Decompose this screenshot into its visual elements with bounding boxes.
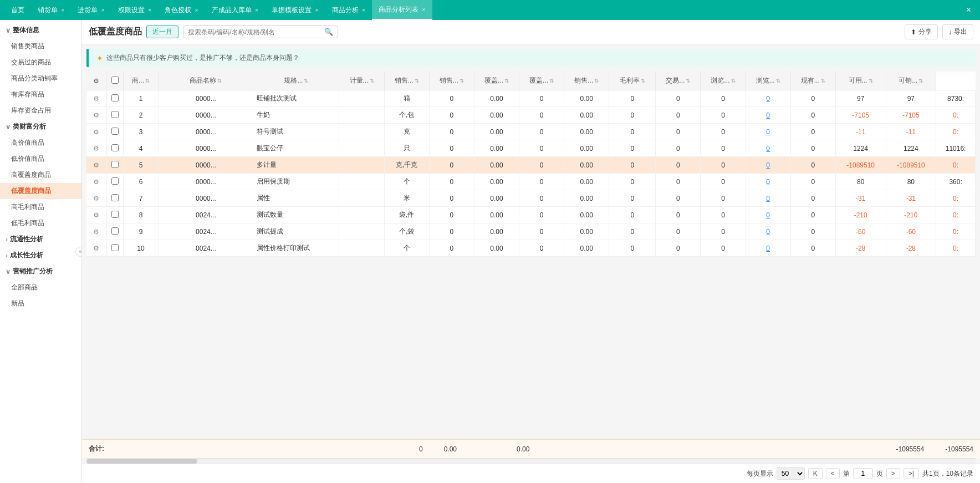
nav-home[interactable]: 首页 xyxy=(4,0,31,20)
row-check[interactable] xyxy=(106,223,123,240)
nav-finished-goods[interactable]: 产成品入库单 × xyxy=(205,0,265,20)
sidebar-item-traded-goods[interactable]: 交易过的商品 xyxy=(0,54,81,70)
row-browse1[interactable]: 0 xyxy=(746,157,790,174)
row-checkbox[interactable] xyxy=(111,177,119,185)
table-container[interactable]: ⚙ 商...⇅ 商品名称⇅ 规格...⇅ 计量...⇅ 销售...⇅ 销售...… xyxy=(86,72,976,439)
row-checkbox[interactable] xyxy=(111,211,119,218)
col-sales3[interactable]: 销售...⇅ xyxy=(564,72,609,90)
row-checkbox[interactable] xyxy=(111,144,119,151)
row-checkbox[interactable] xyxy=(111,227,119,235)
row-gear[interactable]: ⚙ xyxy=(86,140,106,157)
col-sales-amt[interactable]: 销售...⇅ xyxy=(429,72,474,90)
search-input[interactable] xyxy=(188,28,324,36)
row-gear[interactable]: ⚙ xyxy=(86,107,106,124)
col-trans[interactable]: 交易...⇅ xyxy=(656,72,701,90)
col-gear[interactable]: ⚙ xyxy=(86,72,106,90)
row-browse1[interactable]: 0 xyxy=(746,140,790,157)
sidebar-item-category-rate[interactable]: 商品分类动销率 xyxy=(0,70,81,87)
nav-purchase-close[interactable]: × xyxy=(101,7,104,13)
col-code[interactable]: 商...⇅ xyxy=(123,72,159,90)
date-filter-btn[interactable]: 近一月 xyxy=(146,26,178,38)
nav-goods-analysis-close[interactable]: × xyxy=(362,7,365,13)
row-check[interactable] xyxy=(106,140,123,157)
nav-sales[interactable]: 销货单 × xyxy=(31,0,71,20)
select-all-checkbox[interactable] xyxy=(111,77,119,84)
nav-sales-close[interactable]: × xyxy=(61,7,64,13)
horizontal-scrollbar[interactable] xyxy=(86,458,976,464)
sidebar-item-all-goods[interactable]: 全部商品 xyxy=(0,279,81,296)
next-page-btn[interactable]: > xyxy=(886,468,900,479)
sidebar-group-wealth[interactable]: ∨ 类财富分析 xyxy=(0,119,81,135)
row-checkbox[interactable] xyxy=(111,111,119,118)
row-check[interactable] xyxy=(106,107,123,124)
row-browse1[interactable]: 0 xyxy=(746,174,790,190)
nav-permission-close[interactable]: × xyxy=(148,7,151,13)
sidebar-item-low-value[interactable]: 低价值商品 xyxy=(0,151,81,167)
row-browse1[interactable]: 0 xyxy=(746,124,790,140)
row-checkbox[interactable] xyxy=(111,128,119,135)
col-coverage1[interactable]: 覆盖...⇅ xyxy=(474,72,519,90)
row-gear[interactable]: ⚙ xyxy=(86,124,106,140)
page-number-input[interactable] xyxy=(853,468,873,479)
export-btn[interactable]: ↓ 导出 xyxy=(942,24,973,39)
col-avail[interactable]: 可用...⇅ xyxy=(835,72,886,90)
sidebar-item-high-coverage[interactable]: 高覆盖度商品 xyxy=(0,167,81,183)
row-browse1[interactable]: 0 xyxy=(746,207,790,223)
first-page-btn[interactable]: K xyxy=(808,468,823,479)
nav-template-close[interactable]: × xyxy=(315,7,318,13)
row-check[interactable] xyxy=(106,174,123,190)
sidebar-item-sales-goods[interactable]: 销售类商品 xyxy=(0,38,81,54)
row-browse1[interactable]: 0 xyxy=(746,223,790,240)
row-checkbox[interactable] xyxy=(111,194,119,201)
row-gear[interactable]: ⚙ xyxy=(86,157,106,174)
nav-role-close[interactable]: × xyxy=(195,7,198,13)
row-check[interactable] xyxy=(106,157,123,174)
share-btn[interactable]: ⬆ 分享 xyxy=(905,24,938,39)
row-browse1[interactable]: 0 xyxy=(746,107,790,124)
row-check[interactable] xyxy=(106,190,123,207)
row-gear[interactable]: ⚙ xyxy=(86,240,106,257)
row-check[interactable] xyxy=(106,124,123,140)
nav-finished-goods-close[interactable]: × xyxy=(255,7,258,13)
nav-purchase[interactable]: 进货单 × xyxy=(71,0,111,20)
row-gear[interactable]: ⚙ xyxy=(86,207,106,223)
nav-template[interactable]: 单据模板设置 × xyxy=(265,0,325,20)
sidebar-group-overall[interactable]: ∨ 整体信息 xyxy=(0,22,81,38)
sidebar-group-marketing[interactable]: ∨ 营销推广分析 xyxy=(0,263,81,279)
sidebar-item-new-goods[interactable]: 新品 xyxy=(0,296,81,312)
window-close-btn[interactable]: × xyxy=(962,5,976,15)
nav-goods-analysis-list[interactable]: 商品分析列表 × xyxy=(372,0,432,20)
row-checkbox[interactable] xyxy=(111,161,119,168)
col-unit[interactable]: 计量...⇅ xyxy=(339,72,384,90)
prev-page-btn[interactable]: < xyxy=(826,468,840,479)
col-browse2[interactable]: 浏览...⇅ xyxy=(746,72,790,90)
row-checkbox[interactable] xyxy=(111,94,119,101)
sidebar-group-growth[interactable]: › 成长性分析 xyxy=(0,247,81,263)
row-checkbox[interactable] xyxy=(111,244,119,251)
nav-permission[interactable]: 权限设置 × xyxy=(111,0,158,20)
col-sales-qty[interactable]: 销售...⇅ xyxy=(384,72,429,90)
row-check[interactable] xyxy=(106,240,123,257)
sidebar-item-capital[interactable]: 库存资金占用 xyxy=(0,103,81,119)
last-page-btn[interactable]: >| xyxy=(904,468,919,479)
row-check[interactable] xyxy=(106,207,123,223)
col-sellable[interactable]: 可销...⇅ xyxy=(886,72,936,90)
row-check[interactable] xyxy=(106,90,123,107)
nav-role[interactable]: 角色授权 × xyxy=(158,0,205,20)
row-browse1[interactable]: 0 xyxy=(746,240,790,257)
sidebar-item-in-stock[interactable]: 有库存商品 xyxy=(0,87,81,103)
sidebar-group-flow[interactable]: › 流通性分析 xyxy=(0,231,81,247)
nav-goods-analysis-list-close[interactable]: × xyxy=(422,6,425,13)
sidebar-collapse-btn[interactable]: « xyxy=(75,247,82,257)
col-stock[interactable]: 现有...⇅ xyxy=(790,72,835,90)
col-spec[interactable]: 规格...⇅ xyxy=(253,72,339,90)
row-gear[interactable]: ⚙ xyxy=(86,190,106,207)
sidebar-item-high-margin[interactable]: 高毛利商品 xyxy=(0,199,81,215)
sidebar-item-low-margin[interactable]: 低毛利商品 xyxy=(0,215,81,231)
row-browse1[interactable]: 0 xyxy=(746,90,790,107)
col-browse1[interactable]: 浏览...⇅ xyxy=(701,72,746,90)
sidebar-item-high-value[interactable]: 高价值商品 xyxy=(0,135,81,151)
scroll-thumb[interactable] xyxy=(86,459,197,464)
col-gross[interactable]: 毛利率⇅ xyxy=(609,72,656,90)
sidebar-item-low-coverage[interactable]: 低覆盖度商品 xyxy=(0,183,81,199)
